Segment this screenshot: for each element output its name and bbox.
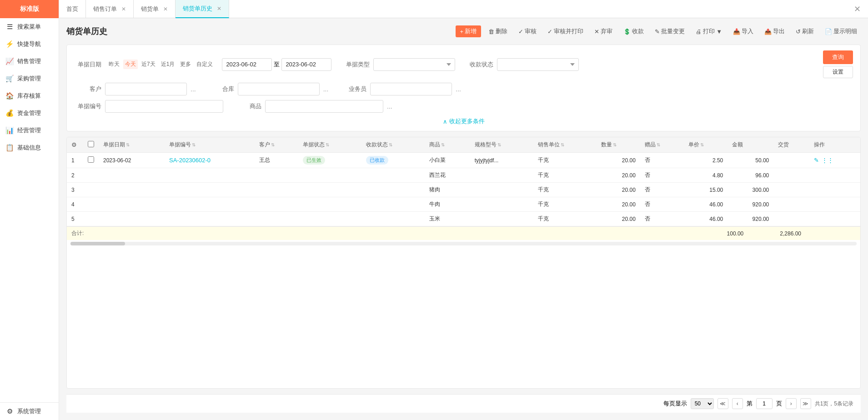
sort-customer-icon[interactable]: ⇅	[271, 142, 275, 147]
date-quick-7days[interactable]: 近7天	[140, 60, 157, 69]
cell-gift: 否	[640, 197, 684, 212]
sort-doc-status-icon[interactable]: ⇅	[326, 142, 329, 147]
tab-sales-goods[interactable]: 销货单 ✕	[134, 0, 176, 18]
cell-doc-date: 2023-06-02	[99, 153, 165, 168]
cell-qty: 20.00	[597, 197, 640, 212]
doc-type-select[interactable]	[373, 58, 455, 71]
close-all-tabs-button[interactable]: ✕	[847, 4, 868, 14]
audit-print-button[interactable]: ✓ 审核并打印	[544, 25, 587, 37]
payment-status-select[interactable]	[497, 58, 579, 71]
sort-payment-status-icon[interactable]: ⇅	[389, 142, 392, 147]
sidebar-item-quick-nav[interactable]: ⚡ 快捷导航	[0, 35, 59, 53]
date-quick-more[interactable]: 更多	[178, 60, 193, 69]
add-label: 新增	[465, 27, 477, 35]
sidebar-item-system-mgmt[interactable]: ⚙ 系统管理	[0, 403, 59, 420]
sidebar-logo: 标准版	[0, 0, 59, 18]
cell-customer	[255, 168, 298, 183]
horizontal-scrollbar[interactable]	[70, 242, 857, 245]
doc-no-link[interactable]: SA-20230602-0	[169, 157, 211, 164]
scrollbar-thumb[interactable]	[70, 242, 125, 245]
date-from-input[interactable]	[222, 58, 272, 71]
tab-sales-goods-close[interactable]: ✕	[163, 6, 168, 12]
col-settings[interactable]: ⚙	[67, 137, 83, 153]
sort-unit-price-icon[interactable]: ⇅	[700, 142, 704, 147]
refresh-button[interactable]: ↺ 刷新	[792, 25, 818, 37]
warehouse-input[interactable]	[238, 83, 320, 95]
page-number-input[interactable]	[756, 398, 773, 409]
salesperson-ellipsis-button[interactable]: ...	[456, 85, 461, 93]
sidebar-item-purchase-mgmt[interactable]: 🛒 采购管理	[0, 70, 59, 87]
product-input[interactable]	[265, 100, 383, 113]
edit-icon[interactable]: ✎	[814, 157, 819, 164]
date-quick-custom[interactable]: 自定义	[195, 60, 215, 69]
cell-spec	[470, 212, 533, 226]
sort-spec-icon[interactable]: ⇅	[497, 142, 501, 147]
tab-sales-history-close[interactable]: ✕	[217, 5, 221, 12]
cell-settings: 2	[67, 168, 83, 183]
import-button[interactable]: 📥 导入	[729, 25, 757, 37]
settings-icon[interactable]: ⚙	[71, 141, 77, 148]
doc-no-input[interactable]	[105, 100, 223, 113]
customer-ellipsis-button[interactable]: ...	[191, 85, 196, 93]
sidebar-item-finance-mgmt[interactable]: 💰 资金管理	[0, 105, 59, 122]
export-button[interactable]: 📤 导出	[761, 25, 788, 37]
sidebar-item-search-menu[interactable]: ☰ 搜索菜单	[0, 18, 59, 35]
date-quick-today[interactable]: 今天	[123, 60, 138, 69]
add-icon: +	[460, 28, 464, 35]
product-ellipsis-button[interactable]: ...	[387, 103, 392, 110]
tab-sales-history[interactable]: 销货单历史 ✕	[176, 0, 229, 18]
date-quick-1month[interactable]: 近1月	[159, 60, 177, 69]
salesperson-label: 业务员	[339, 85, 366, 93]
cell-action	[809, 197, 860, 212]
sidebar-item-inventory[interactable]: 🏠 库存核算	[0, 87, 59, 105]
more-icon[interactable]: ⋮⋮	[822, 157, 833, 164]
sort-product-icon[interactable]: ⇅	[441, 142, 445, 147]
date-quick-yesterday[interactable]: 昨天	[107, 60, 121, 69]
page-first-button[interactable]: ≪	[717, 398, 728, 409]
cell-doc-no	[165, 212, 255, 226]
filter-row-2: 客户 ... 合库 ... 业务员 ...	[74, 83, 853, 95]
cell-spec	[470, 197, 533, 212]
batch-change-button[interactable]: ✎ 批量变更	[651, 25, 688, 37]
sort-unit-icon[interactable]: ⇅	[561, 142, 564, 147]
row-checkbox[interactable]	[88, 156, 94, 163]
tab-home[interactable]: 首页	[59, 0, 86, 18]
query-button[interactable]: 查询	[823, 50, 853, 64]
add-button[interactable]: + 新增	[456, 25, 482, 37]
sort-doc-no-icon[interactable]: ⇅	[192, 142, 196, 147]
collect-button[interactable]: 💲 收款	[620, 25, 647, 37]
warehouse-ellipsis-button[interactable]: ...	[323, 85, 329, 93]
collapse-button[interactable]: ∧ 收起更多条件	[443, 117, 485, 125]
sort-gift-icon[interactable]: ⇅	[657, 142, 660, 147]
page-last-button[interactable]: ≫	[800, 398, 811, 409]
sort-doc-date-icon[interactable]: ⇅	[126, 142, 130, 147]
customer-input[interactable]	[105, 83, 187, 95]
sidebar-item-sales-mgmt[interactable]: 📈 销售管理	[0, 53, 59, 70]
cell-doc-date	[99, 212, 165, 226]
table-body: 1 2023-06-02 SA-20230602-0 王总 已生效 已收款 小白…	[67, 153, 860, 226]
tab-sales-order[interactable]: 销售订单 ✕	[86, 0, 134, 18]
sidebar-item-basic-info[interactable]: 📋 基础信息	[0, 139, 59, 156]
salesperson-input[interactable]	[370, 83, 452, 95]
print-button[interactable]: 🖨 打印 ▼	[692, 25, 726, 37]
toolbar: + 新增 🗑 删除 ✓ 审核 ✓ 审核并打印 ✕ 弃审	[456, 25, 861, 37]
date-to-input[interactable]	[281, 58, 331, 71]
batch-change-icon: ✎	[655, 28, 660, 35]
tab-sales-order-close[interactable]: ✕	[121, 6, 126, 12]
show-detail-button[interactable]: 📄 显示明细	[821, 25, 861, 37]
col-doc-status: 单据状态⇅	[298, 137, 361, 153]
audit-button[interactable]: ✓ 审核	[515, 25, 540, 37]
cell-doc-no	[165, 197, 255, 212]
page-next-button[interactable]: ›	[786, 398, 797, 409]
setting-button[interactable]: 设置	[823, 66, 853, 78]
scrollbar-track[interactable]	[67, 240, 860, 247]
page-prev-button[interactable]: ‹	[732, 398, 743, 409]
collapse-row: ∧ 收起更多条件	[74, 117, 853, 125]
select-all-checkbox[interactable]	[88, 141, 94, 147]
page-size-select[interactable]: 50 10 20 100	[691, 398, 714, 409]
sidebar-item-operation-mgmt[interactable]: 📊 经营管理	[0, 122, 59, 139]
filter-row-1: 单据日期 昨天 今天 近7天 近1月 更多 自定义 至	[74, 50, 853, 78]
sort-qty-icon[interactable]: ⇅	[613, 142, 617, 147]
discard-button[interactable]: ✕ 弃审	[591, 25, 616, 37]
delete-button[interactable]: 🗑 删除	[485, 25, 511, 37]
